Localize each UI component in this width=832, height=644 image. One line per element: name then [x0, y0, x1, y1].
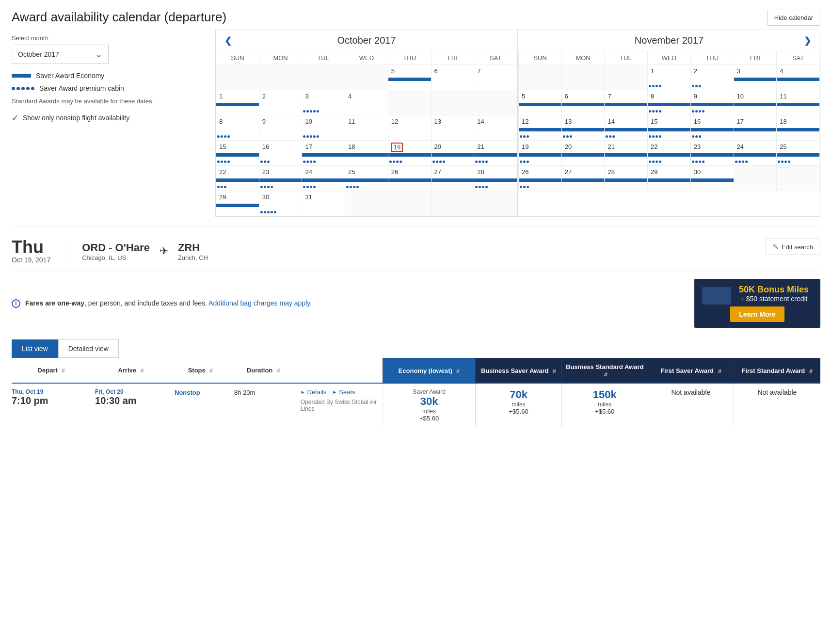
calendar-day[interactable]: 6 — [561, 90, 605, 115]
month-dropdown[interactable]: October 2017 ⌄ — [12, 45, 109, 64]
calendar-day[interactable]: 18 — [777, 115, 820, 141]
calendar-day[interactable]: 4 — [345, 90, 388, 115]
calendar-day[interactable]: 21 — [605, 141, 648, 166]
calendar-day[interactable]: 8 — [216, 115, 259, 141]
calendar-day[interactable]: 22 — [216, 166, 259, 191]
calendar-day[interactable]: 12 — [388, 115, 431, 141]
details-link[interactable]: ► Details — [301, 388, 327, 396]
nonstop-checkbox[interactable]: ✓ Show only nonstop flight availability — [12, 113, 215, 123]
calendar-month-title: November 2017 — [635, 35, 704, 46]
calendar-day[interactable]: 20 — [561, 141, 605, 166]
calendar-day[interactable]: 14 — [605, 115, 648, 141]
calendar-day[interactable]: 19 — [388, 141, 431, 166]
calendar-day[interactable]: 26 — [388, 166, 431, 191]
hide-calendar-button[interactable]: Hide calendar — [767, 10, 820, 26]
day-number: 12 — [522, 118, 528, 125]
calendar-day[interactable]: 25 — [777, 141, 820, 166]
day-number: 15 — [219, 143, 226, 150]
calendar-day[interactable]: 19 — [519, 141, 562, 166]
calendar-day[interactable]: 15 — [216, 141, 259, 166]
calendar-day[interactable]: 27 — [431, 166, 474, 191]
calendar-day[interactable]: 13 — [431, 115, 474, 141]
calendar-day[interactable]: 28 — [474, 166, 517, 191]
calendar-day[interactable]: 29 — [216, 191, 259, 216]
calendar-day[interactable]: 24 — [734, 141, 777, 166]
calendar-day[interactable]: 9 — [690, 90, 734, 115]
calendar-day[interactable]: 17 — [734, 115, 777, 141]
prev-month-button[interactable]: ❮ — [220, 33, 237, 48]
biz-saver-unit: miles — [480, 401, 558, 408]
calendar-day[interactable]: 10 — [734, 90, 777, 115]
bag-charges-link[interactable]: Additional bag charges may apply. — [208, 299, 312, 307]
calendar-day[interactable]: 15 — [648, 115, 691, 141]
calendar-day[interactable]: 1 — [216, 90, 259, 115]
col-header-first-standard[interactable]: First Standard Award ⇵ — [734, 358, 820, 384]
seats-link[interactable]: ► Seats — [332, 388, 355, 396]
availability-dots — [735, 161, 776, 163]
edit-search-button[interactable]: ✎ Edit search — [766, 239, 820, 255]
calendar-day[interactable]: 5 — [388, 65, 431, 90]
col-header-depart[interactable]: Depart ⇵ — [12, 358, 91, 384]
col-header-first-saver[interactable]: First Saver Award ⇵ — [648, 358, 734, 384]
calendar-day[interactable]: 23 — [259, 166, 302, 191]
calendar-day[interactable]: 8 — [648, 90, 691, 115]
dot — [303, 135, 305, 138]
calendar-day[interactable]: 23 — [690, 141, 734, 166]
dot — [649, 161, 651, 163]
calendar-day[interactable]: 10 — [302, 115, 345, 141]
calendar-day[interactable]: 6 — [431, 65, 474, 90]
dot — [527, 186, 529, 188]
calendar-day[interactable]: 27 — [561, 166, 605, 191]
calendar-day[interactable]: 11 — [345, 115, 388, 141]
calendar-day[interactable]: 2 — [259, 90, 302, 115]
calendar-day[interactable]: 31 — [302, 191, 345, 216]
col-header-arrive[interactable]: Arrive ⇵ — [91, 358, 171, 384]
col-header-duration[interactable]: Duration ⇵ — [230, 358, 297, 384]
calendar-day[interactable]: 13 — [561, 115, 605, 141]
day-number: 16 — [262, 143, 269, 150]
calendar-day[interactable]: 3 — [734, 65, 777, 90]
detailed-view-tab[interactable]: Detailed view — [58, 339, 119, 358]
calendar-day[interactable]: 9 — [259, 115, 302, 141]
calendar-day[interactable]: 5 — [519, 90, 562, 115]
calendar-day[interactable]: 21 — [474, 141, 517, 166]
calendar-day[interactable]: 12 — [519, 115, 562, 141]
calendar-day[interactable]: 22 — [648, 141, 691, 166]
col-header-economy[interactable]: Economy (lowest) ⇵ — [383, 358, 475, 384]
dot — [649, 135, 651, 138]
col-header-biz-standard[interactable]: Business Standard Award ⇵ — [561, 358, 648, 384]
day-number: 17 — [737, 118, 744, 125]
calendar-day[interactable]: 30 — [690, 166, 734, 191]
promo-learn-more-button[interactable]: Learn More — [730, 306, 784, 322]
calendar-day[interactable]: 30 — [259, 191, 302, 216]
calendar-day[interactable]: 2 — [690, 65, 734, 90]
biz-saver-sort-icon: ⇵ — [552, 369, 556, 374]
next-month-button[interactable]: ❯ — [799, 33, 816, 48]
calendar-day[interactable]: 16 — [259, 141, 302, 166]
calendar-day[interactable]: 16 — [690, 115, 734, 141]
col-header-biz-saver[interactable]: Business Saver Award ⇵ — [476, 358, 562, 384]
availability-dots — [217, 161, 258, 163]
calendar-day[interactable]: 7 — [605, 90, 648, 115]
calendar-day[interactable]: 18 — [345, 141, 388, 166]
depart-time: 7:10 pm — [12, 395, 87, 406]
calendar-day[interactable]: 11 — [777, 90, 820, 115]
calendar-day[interactable]: 3 — [302, 90, 345, 115]
day-number: 2 — [694, 67, 697, 75]
calendar-day[interactable]: 7 — [474, 65, 517, 90]
col-header-stops[interactable]: Stops ⇵ — [171, 358, 230, 384]
calendar-day[interactable]: 26 — [519, 166, 562, 191]
calendar-day[interactable]: 4 — [777, 65, 820, 90]
list-view-tab[interactable]: List view — [12, 339, 58, 358]
calendar-day[interactable]: 24 — [302, 166, 345, 191]
calendar-day[interactable]: 28 — [605, 166, 648, 191]
calendar-day[interactable]: 29 — [648, 166, 691, 191]
calendar-day[interactable]: 1 — [648, 65, 691, 90]
day-number: 13 — [434, 118, 441, 125]
calendar-day[interactable]: 17 — [302, 141, 345, 166]
dot — [310, 186, 312, 188]
calendar-day[interactable]: 25 — [345, 166, 388, 191]
day-number: 1 — [651, 67, 654, 75]
calendar-day[interactable]: 14 — [474, 115, 517, 141]
calendar-day[interactable]: 20 — [431, 141, 474, 166]
